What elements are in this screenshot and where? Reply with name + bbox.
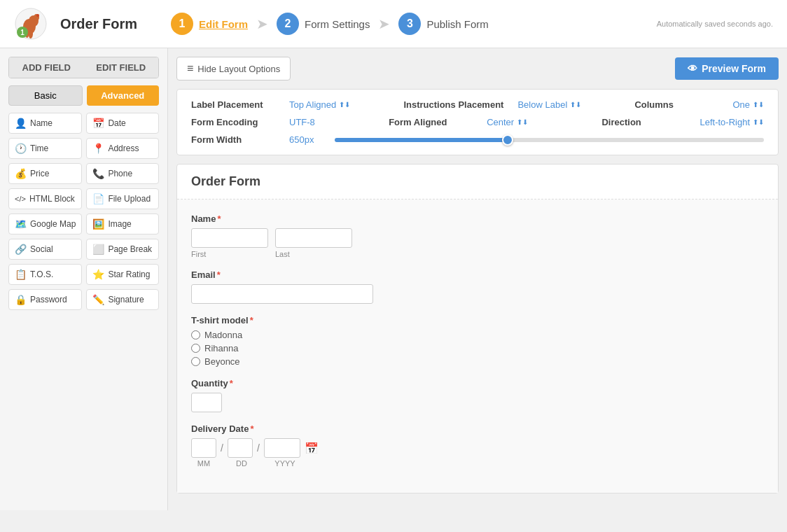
email-input[interactable] — [191, 284, 373, 304]
basic-btn[interactable]: Basic — [8, 85, 83, 106]
form-field-email: Email* — [191, 270, 764, 304]
field-btn-star-rating[interactable]: ⭐Star Rating — [86, 264, 159, 285]
delivery-date-required-star: * — [250, 424, 253, 434]
field-btn-tos[interactable]: 📋T.O.S. — [8, 264, 82, 285]
form-field-name: Name* First Last — [191, 214, 764, 258]
instructions-placement-arrow: ⬆⬇ — [570, 101, 581, 108]
instructions-placement-label: Instructions Placement — [403, 99, 503, 110]
tshirt-required-star: * — [250, 315, 253, 326]
field-btn-signature[interactable]: ✏️Signature — [86, 289, 159, 310]
columns-select[interactable]: One ⬆⬇ — [732, 99, 764, 110]
layout-options-panel: Label Placement Top Aligned ⬆⬇ Instructi… — [176, 89, 779, 155]
app-title: Order Form — [60, 16, 137, 32]
date-mm-input[interactable] — [191, 438, 216, 458]
file-upload-field-icon: 📄 — [92, 193, 104, 204]
field-btn-file-upload[interactable]: 📄File Upload — [86, 188, 159, 209]
field-btn-password[interactable]: 🔒Password — [8, 289, 82, 310]
hide-layout-button[interactable]: ≡ Hide Layout Options — [176, 57, 291, 80]
instructions-placement-value: Below Label — [517, 99, 567, 110]
sidebar: ADD FIELD EDIT FIELD Basic Advanced 👤Nam… — [0, 48, 168, 510]
kangaroo-logo-icon: 1 — [14, 7, 48, 41]
last-sublabel: Last — [275, 250, 352, 258]
app-logo: 1 — [14, 7, 48, 41]
direction-arrow: ⬆⬇ — [753, 118, 764, 126]
instructions-placement-select[interactable]: Below Label ⬆⬇ — [517, 99, 581, 110]
top-bar-left: 1 Order Form 1 Edit Form ➤ 2 Form Settin… — [14, 7, 489, 41]
date-picker-icon[interactable]: 📅 — [305, 442, 319, 455]
radio-beyonce[interactable]: Beyonce — [191, 356, 764, 367]
date-dd-input[interactable] — [228, 438, 253, 458]
tab-add-field[interactable]: ADD FIELD — [9, 57, 84, 78]
radio-beyonce-input[interactable] — [191, 357, 200, 366]
tab-edit-field[interactable]: EDIT FIELD — [84, 57, 159, 78]
form-width-value: 650px — [289, 134, 314, 145]
step-2[interactable]: 2 Form Settings — [277, 13, 370, 35]
radio-madonna-input[interactable] — [191, 330, 200, 340]
form-body: Name* First Last — [177, 200, 778, 493]
radio-madonna[interactable]: Madonna — [191, 330, 764, 340]
field-btn-image[interactable]: 🖼️Image — [86, 214, 159, 234]
form-aligned-select[interactable]: Center ⬆⬇ — [487, 117, 528, 127]
field-btn-name[interactable]: 👤Name — [8, 113, 82, 134]
email-required-star: * — [217, 270, 221, 280]
toolbar: ≡ Hide Layout Options 👁 Preview Form — [176, 57, 779, 80]
field-btn-time[interactable]: 🕐Time — [8, 138, 82, 159]
form-aligned-value: Center — [487, 117, 514, 127]
first-name-input[interactable] — [191, 228, 268, 248]
google-map-field-icon: 🗺️ — [15, 218, 27, 230]
field-btn-price[interactable]: 💰Price — [8, 163, 82, 184]
step-3-label: Publish Form — [426, 18, 488, 30]
step-arrow-2: ➤ — [378, 15, 390, 32]
time-field-icon: 🕐 — [15, 143, 27, 154]
email-field-label: Email* — [191, 270, 764, 280]
first-sublabel: First — [191, 250, 268, 258]
layout-row-2: Form Encoding UTF-8 Form Aligned Center … — [191, 117, 764, 127]
sidebar-fields: 👤Name 📅Date 🕐Time 📍Address 💰Price 📞Phone… — [8, 113, 159, 310]
form-field-quantity: Quantity* — [191, 378, 764, 412]
advanced-btn[interactable]: Advanced — [87, 85, 160, 106]
page-break-field-icon: ⬜ — [92, 244, 104, 255]
signature-field-icon: ✏️ — [92, 294, 104, 305]
field-btn-html-block[interactable]: </>HTML Block — [8, 188, 82, 209]
top-bar: 1 Order Form 1 Edit Form ➤ 2 Form Settin… — [0, 0, 787, 48]
tshirt-field-label: T-shirt model* — [191, 315, 764, 326]
form-width-slider-container — [335, 138, 764, 142]
form-aligned-arrow: ⬆⬇ — [517, 118, 528, 126]
radio-beyonce-label: Beyonce — [204, 356, 240, 367]
tos-field-icon: 📋 — [15, 269, 27, 280]
form-width-slider[interactable] — [335, 138, 764, 142]
date-yyyy-input[interactable] — [264, 438, 300, 458]
step-1[interactable]: 1 Edit Form — [171, 13, 248, 35]
preview-form-button[interactable]: 👁 Preview Form — [675, 57, 779, 80]
social-field-icon: 🔗 — [15, 244, 27, 255]
field-btn-phone[interactable]: 📞Phone — [86, 163, 159, 184]
html-block-field-icon: </> — [15, 195, 26, 203]
label-placement-value: Top Aligned — [289, 99, 336, 110]
date-mm-label: MM — [191, 459, 216, 468]
field-btn-google-map[interactable]: 🗺️Google Map — [8, 214, 82, 234]
direction-select[interactable]: Left-to-Right ⬆⬇ — [699, 117, 764, 127]
field-btn-social[interactable]: 🔗Social — [8, 239, 82, 260]
field-btn-page-break[interactable]: ⬜Page Break — [86, 239, 159, 260]
star-rating-field-icon: ⭐ — [92, 269, 104, 280]
date-yyyy-label: YYYY — [267, 459, 303, 468]
field-btn-date[interactable]: 📅Date — [86, 113, 159, 134]
preview-label: Preview Form — [702, 63, 766, 74]
label-placement-select[interactable]: Top Aligned ⬆⬇ — [289, 99, 350, 110]
field-btn-address[interactable]: 📍Address — [86, 138, 159, 159]
address-field-icon: 📍 — [92, 143, 104, 154]
form-field-tshirt: T-shirt model* Madonna Rihanna — [191, 315, 764, 367]
step-2-label: Form Settings — [305, 18, 370, 30]
step-2-circle: 2 — [277, 13, 299, 35]
radio-rihanna[interactable]: Rihanna — [191, 343, 764, 354]
radio-rihanna-input[interactable] — [191, 344, 200, 353]
step-3[interactable]: 3 Publish Form — [398, 13, 488, 35]
direction-value: Left-to-Right — [699, 117, 750, 127]
last-name-input[interactable] — [275, 228, 352, 248]
name-required-star: * — [217, 214, 221, 224]
quantity-input[interactable] — [191, 393, 222, 412]
layout-icon: ≡ — [187, 62, 193, 75]
step-arrow-1: ➤ — [256, 15, 268, 32]
steps-nav: 1 Edit Form ➤ 2 Form Settings ➤ 3 Publis… — [171, 13, 489, 35]
phone-field-icon: 📞 — [92, 168, 104, 179]
